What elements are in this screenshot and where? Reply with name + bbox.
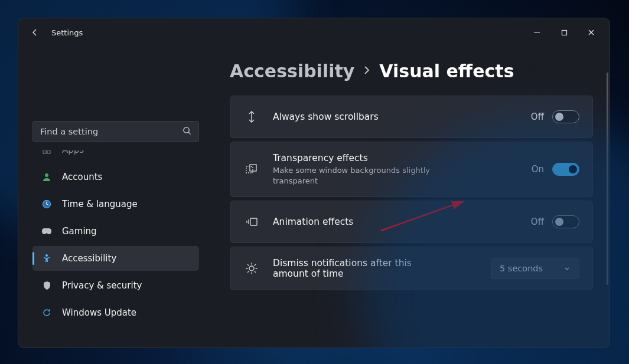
back-button[interactable] bbox=[23, 21, 47, 44]
maximize-icon bbox=[561, 29, 568, 36]
breadcrumb-parent[interactable]: Accessibility bbox=[230, 61, 354, 81]
sidebar-item-apps[interactable]: Apps bbox=[32, 150, 199, 162]
scrollbar-icon bbox=[243, 110, 260, 123]
setting-title: Always show scrollbars bbox=[273, 112, 518, 122]
svg-line-23 bbox=[248, 265, 249, 266]
animation-icon bbox=[243, 217, 260, 227]
transparency-toggle[interactable] bbox=[552, 163, 579, 176]
setting-title: Transparency effects bbox=[273, 153, 519, 163]
sidebar-item-windows-update[interactable]: Windows Update bbox=[32, 300, 199, 325]
brightness-icon bbox=[243, 262, 260, 275]
svg-line-25 bbox=[255, 265, 256, 266]
sidebar-item-accessibility[interactable]: Accessibility bbox=[32, 246, 199, 271]
sidebar-item-privacy-security[interactable]: Privacy & security bbox=[32, 273, 199, 298]
maximize-button[interactable] bbox=[550, 23, 578, 42]
dismiss-time-dropdown[interactable]: 5 seconds bbox=[491, 258, 579, 279]
chevron-down-icon bbox=[563, 265, 571, 272]
scrollbars-toggle[interactable] bbox=[552, 110, 579, 123]
close-icon bbox=[588, 29, 595, 36]
sidebar-item-label: Windows Update bbox=[62, 307, 136, 318]
titlebar: Settings bbox=[18, 18, 610, 47]
back-arrow-icon bbox=[30, 28, 40, 37]
sidebar-item-label: Gaming bbox=[62, 226, 97, 237]
shield-icon bbox=[41, 281, 53, 290]
toggle-state-label: On bbox=[532, 164, 544, 175]
person-icon bbox=[41, 172, 53, 182]
chevron-right-icon bbox=[363, 65, 371, 78]
sidebar: Apps Accounts Time & language bbox=[18, 47, 213, 347]
svg-point-10 bbox=[45, 173, 48, 177]
close-button[interactable] bbox=[578, 23, 605, 42]
main-content: Accessibility Visual effects Always show… bbox=[213, 47, 610, 347]
sidebar-item-label: Apps bbox=[62, 150, 84, 155]
minimize-icon bbox=[533, 29, 540, 36]
page-title: Visual effects bbox=[379, 61, 514, 81]
globe-clock-icon bbox=[41, 199, 53, 209]
breadcrumb: Accessibility Visual effects bbox=[230, 61, 593, 81]
svg-rect-9 bbox=[47, 150, 50, 153]
search-box[interactable] bbox=[32, 121, 199, 142]
setting-title: Dismiss notifications after this amount … bbox=[273, 258, 426, 279]
setting-transparency-effects: Transparency effects Make some window ba… bbox=[230, 142, 593, 197]
search-input[interactable] bbox=[40, 127, 182, 136]
svg-rect-1 bbox=[562, 30, 566, 35]
sidebar-item-gaming[interactable]: Gaming bbox=[32, 219, 199, 244]
svg-line-5 bbox=[188, 132, 190, 134]
svg-line-26 bbox=[248, 271, 249, 273]
settings-window: Settings bbox=[18, 18, 610, 348]
setting-always-show-scrollbars: Always show scrollbars Off bbox=[230, 96, 593, 138]
gamepad-icon bbox=[41, 227, 53, 235]
sidebar-item-accounts[interactable]: Accounts bbox=[32, 165, 199, 189]
search-icon bbox=[182, 126, 191, 137]
sidebar-item-time-language[interactable]: Time & language bbox=[32, 192, 199, 217]
transparency-icon bbox=[243, 163, 260, 175]
svg-point-18 bbox=[249, 266, 254, 271]
svg-line-24 bbox=[255, 271, 256, 273]
svg-rect-8 bbox=[43, 150, 46, 153]
accessibility-icon bbox=[41, 254, 53, 263]
nav-list[interactable]: Apps Accounts Time & language bbox=[32, 150, 199, 338]
setting-description: Make some window backgrounds slightly tr… bbox=[273, 165, 450, 186]
minimize-button[interactable] bbox=[523, 23, 550, 42]
svg-rect-15 bbox=[250, 218, 257, 225]
setting-title: Animation effects bbox=[273, 217, 518, 227]
svg-point-4 bbox=[184, 127, 189, 132]
toggle-state-label: Off bbox=[531, 217, 544, 227]
animation-toggle[interactable] bbox=[552, 215, 579, 228]
sidebar-item-label: Accessibility bbox=[62, 253, 116, 264]
svg-line-27 bbox=[381, 201, 464, 231]
toggle-state-label: Off bbox=[531, 112, 544, 122]
svg-point-12 bbox=[45, 254, 48, 257]
scrollbar[interactable] bbox=[607, 73, 608, 285]
update-icon bbox=[41, 308, 53, 317]
app-title: Settings bbox=[51, 28, 83, 37]
dropdown-value: 5 seconds bbox=[500, 264, 543, 273]
setting-dismiss-notifications: Dismiss notifications after this amount … bbox=[230, 247, 593, 290]
apps-icon bbox=[41, 150, 53, 155]
sidebar-item-label: Time & language bbox=[62, 199, 138, 209]
sidebar-item-label: Accounts bbox=[62, 172, 102, 182]
annotation-arrow bbox=[376, 195, 471, 237]
setting-animation-effects: Animation effects Off bbox=[230, 201, 593, 243]
sidebar-item-label: Privacy & security bbox=[62, 280, 142, 291]
